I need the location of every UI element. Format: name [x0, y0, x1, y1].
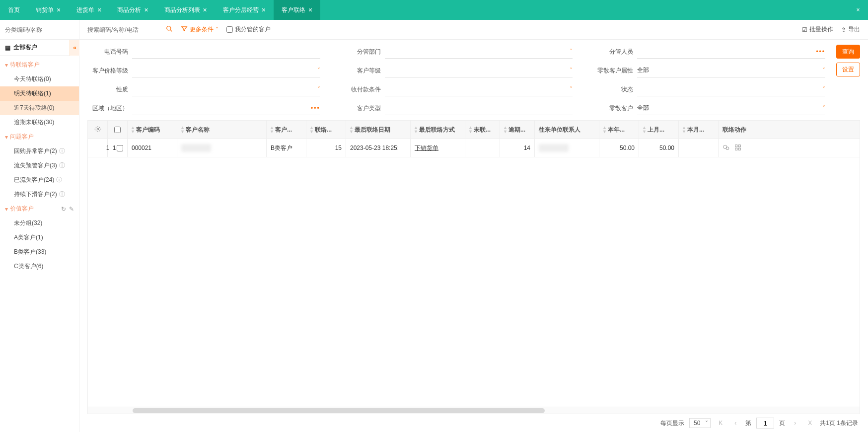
settings-button[interactable]: 设置: [836, 63, 860, 76]
tab-purchase[interactable]: 进货单×: [69, 0, 109, 20]
search-icon[interactable]: [166, 25, 173, 34]
query-button[interactable]: 查询: [836, 45, 860, 59]
col-contact[interactable]: ▴▾联络...: [306, 121, 346, 139]
prev-page-button[interactable]: ‹: [730, 420, 740, 427]
retail-select[interactable]: 全部˅: [637, 101, 825, 115]
close-icon[interactable]: ×: [57, 6, 61, 13]
tree-item[interactable]: 持续下滑客户(2)ⓘ: [0, 187, 79, 202]
col-overdue[interactable]: ▴▾逾期...: [500, 121, 535, 139]
svg-point-4: [97, 128, 99, 130]
tab-prod-analysis[interactable]: 商品分析×: [109, 0, 156, 20]
page-input[interactable]: [756, 418, 774, 429]
person-select[interactable]: •••: [637, 45, 825, 59]
close-icon[interactable]: ×: [203, 6, 207, 13]
wechat-icon[interactable]: [723, 144, 729, 152]
collapse-sidebar-icon[interactable]: «: [70, 40, 79, 56]
chevron-down-icon: ˅: [705, 420, 708, 427]
tree-item[interactable]: 未分组(32): [0, 216, 79, 230]
last-way-link[interactable]: 下销货单: [415, 144, 438, 152]
redacted-text: [181, 144, 211, 152]
tree-group[interactable]: ▾待联络客户: [0, 58, 79, 72]
tree-item[interactable]: 近7天待联络(0): [0, 101, 79, 115]
sort-icon: ▴▾: [603, 126, 606, 134]
refresh-icon[interactable]: ↻: [61, 206, 66, 213]
select-all-checkbox[interactable]: [108, 121, 128, 139]
next-page-button[interactable]: ›: [790, 420, 800, 427]
col-year[interactable]: ▴▾本年...: [599, 121, 639, 139]
cust-type-input[interactable]: [385, 101, 573, 115]
filter-label: 状态: [592, 85, 637, 94]
qrcode-icon[interactable]: [734, 144, 741, 152]
first-page-button[interactable]: K: [716, 420, 725, 427]
data-table: ▴▾客户编码 ▴▾客户名称 ▴▾客户... ▴▾联络... ▴▾最后联络日期 ▴…: [87, 120, 860, 414]
sort-icon: ▴▾: [181, 126, 184, 134]
table-row[interactable]: 1 1 000021 B类客户 15 2023-05-23 18:25: 下销货…: [88, 139, 860, 157]
grid-icon: ▦: [5, 44, 10, 51]
tree-item[interactable]: 今天待联络(0): [0, 72, 79, 86]
export-button[interactable]: ⇪导出: [841, 25, 860, 34]
batch-action-button[interactable]: ☑批量操作: [802, 25, 833, 34]
cust-level-select[interactable]: ˅: [385, 64, 573, 77]
col-code[interactable]: ▴▾客户编码: [128, 121, 177, 139]
status-select[interactable]: ˅: [637, 82, 825, 96]
tree-item[interactable]: 已流失客户(24)ⓘ: [0, 173, 79, 187]
tree-item[interactable]: 逾期未联络(30): [0, 115, 79, 130]
close-icon[interactable]: ×: [308, 6, 312, 13]
close-icon[interactable]: ×: [262, 6, 266, 13]
tree-item[interactable]: 流失预警客户(3)ⓘ: [0, 158, 79, 173]
tab-sales[interactable]: 销货单×: [28, 0, 69, 20]
my-customers-checkbox[interactable]: 我分管的客户: [226, 25, 271, 34]
table-body: 1 1 000021 B类客户 15 2023-05-23 18:25: 下销货…: [88, 139, 860, 407]
col-thism[interactable]: ▴▾本月...: [679, 121, 719, 139]
tab-cust-contact[interactable]: 客户联络×: [274, 0, 320, 20]
retail-attr-select[interactable]: 全部˅: [637, 64, 825, 77]
col-lastway[interactable]: ▴▾最后联络方式: [411, 121, 465, 139]
price-level-select[interactable]: ˅: [132, 64, 320, 77]
svg-rect-10: [738, 148, 740, 150]
col-contactp[interactable]: 往来单位联系人: [535, 121, 599, 139]
tab-cust-tier[interactable]: 客户分层经营×: [215, 0, 274, 20]
more-conditions-toggle[interactable]: 更多条件 ˄: [181, 25, 218, 34]
nature-select[interactable]: ˅: [132, 82, 320, 96]
col-cust[interactable]: ▴▾客户...: [267, 121, 306, 139]
close-icon[interactable]: ×: [97, 6, 101, 13]
tab-home[interactable]: 首页: [0, 0, 28, 20]
col-lastdate[interactable]: ▴▾最后联络日期: [346, 121, 411, 139]
scrollbar-thumb[interactable]: [133, 408, 545, 413]
search-input[interactable]: [87, 26, 162, 33]
cell-year: 50.00: [599, 139, 639, 157]
tree-item[interactable]: 回购异常客户(2)ⓘ: [0, 144, 79, 158]
pay-cond-select[interactable]: ˅: [385, 82, 573, 96]
phone-input[interactable]: [132, 45, 320, 59]
filter-label: 分管部门: [340, 48, 385, 56]
edit-icon[interactable]: ✎: [69, 206, 74, 213]
tree-item[interactable]: B类客户(33): [0, 245, 79, 259]
tree-item[interactable]: 明天待联络(1): [0, 86, 79, 101]
close-icon[interactable]: ×: [144, 6, 148, 13]
horizontal-scrollbar[interactable]: [88, 407, 860, 414]
col-name[interactable]: ▴▾客户名称: [177, 121, 267, 139]
last-page-button[interactable]: X: [805, 420, 815, 427]
tree-group[interactable]: ▾价值客户↻✎: [0, 202, 79, 216]
gear-column[interactable]: [88, 121, 108, 139]
help-icon[interactable]: ⓘ: [59, 190, 65, 199]
col-nocontact[interactable]: ▴▾未联...: [465, 121, 500, 139]
row-checkbox[interactable]: 1: [108, 139, 128, 157]
dept-select[interactable]: ˅: [385, 45, 573, 59]
tree-group[interactable]: ▾问题客户: [0, 130, 79, 144]
checkbox-input[interactable]: [226, 26, 233, 33]
col-lastm[interactable]: ▴▾上月...: [639, 121, 679, 139]
tree-item[interactable]: A类客户(1): [0, 230, 79, 245]
help-icon[interactable]: ⓘ: [59, 161, 65, 170]
help-icon[interactable]: ⓘ: [59, 147, 65, 155]
per-page-select[interactable]: 50˅: [689, 418, 711, 428]
tab-prod-analysis-list[interactable]: 商品分析列表×: [156, 0, 215, 20]
sidebar-search-input[interactable]: [5, 26, 79, 33]
region-select[interactable]: •••: [132, 101, 320, 115]
svg-rect-9: [735, 148, 737, 150]
col-action: 联络动作: [719, 121, 758, 139]
close-all-icon[interactable]: ×: [848, 6, 868, 13]
tree-item[interactable]: C类客户(6): [0, 259, 79, 274]
checkbox-label: 我分管的客户: [235, 25, 271, 34]
help-icon[interactable]: ⓘ: [56, 176, 62, 184]
